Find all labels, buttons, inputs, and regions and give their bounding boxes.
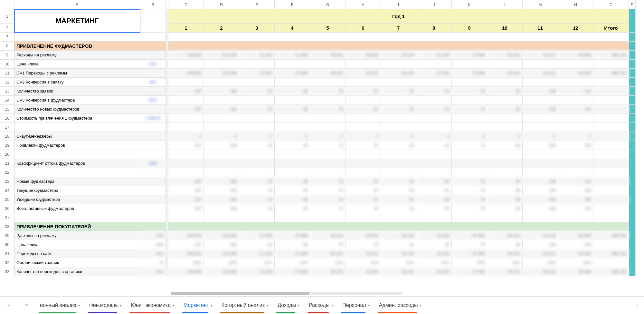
row-label[interactable] — [14, 168, 140, 177]
cell[interactable] — [239, 60, 275, 69]
cell[interactable] — [275, 114, 310, 123]
cell[interactable] — [168, 78, 204, 87]
chevron-down-icon[interactable]: ▾ — [78, 303, 80, 308]
cell[interactable]: 73 — [310, 141, 346, 150]
cell[interactable] — [275, 60, 310, 69]
cell[interactable]: 21% — [275, 258, 310, 267]
cell[interactable]: 58 — [275, 204, 310, 213]
cell[interactable]: 45,101 — [487, 69, 523, 78]
cell[interactable] — [168, 213, 204, 222]
cell[interactable]: 130 — [558, 105, 593, 114]
row-header[interactable]: 22 — [0, 168, 14, 177]
cell[interactable]: 73 — [310, 177, 346, 186]
cell[interactable]: 87 — [346, 105, 381, 114]
cell-b[interactable]: % — [140, 258, 166, 267]
row-header[interactable]: 27 — [0, 213, 14, 222]
row-header[interactable]: 25 — [0, 195, 14, 204]
cell[interactable] — [346, 78, 381, 87]
cell[interactable]: 87 — [346, 141, 381, 150]
cell-b[interactable]: 28% — [140, 96, 166, 105]
cell[interactable]: 54,122 — [523, 267, 558, 276]
row-header[interactable]: 9 — [0, 51, 14, 60]
col-header-M[interactable]: M — [523, 0, 558, 9]
cell[interactable]: 297 — [168, 240, 204, 249]
cell[interactable]: 148,000 — [168, 51, 204, 60]
section-buyers[interactable]: ПРИВЛЕЧЕНИЕ ПОКУПАТЕЛЕЙ — [14, 222, 166, 231]
cell[interactable] — [558, 213, 593, 222]
cell[interactable]: 284 — [204, 141, 239, 150]
corner-cell[interactable] — [0, 0, 14, 9]
chevron-down-icon[interactable]: ▾ — [298, 303, 300, 308]
row-header[interactable]: 15 — [0, 105, 14, 114]
row-label[interactable]: Стоимость привлечения 1 фудмастера — [14, 114, 140, 123]
sheet-tab[interactable]: Админ. расходы▾ — [374, 297, 426, 314]
cell[interactable]: 27,880 — [275, 231, 310, 240]
cell[interactable] — [275, 123, 310, 132]
cell[interactable]: 130 — [558, 177, 593, 186]
cell[interactable] — [346, 123, 381, 132]
sheet-tab[interactable]: Фин.модель▾ — [85, 297, 126, 314]
cell[interactable]: 45,101 — [487, 249, 523, 258]
cell[interactable] — [204, 96, 239, 105]
row-label[interactable]: Скаут-менеджеры — [14, 132, 140, 141]
cell[interactable]: 63 — [416, 141, 452, 150]
cell-total[interactable]: 486,761 — [593, 51, 629, 60]
cell[interactable]: 297 — [168, 177, 204, 186]
cell[interactable]: 132,000 — [204, 231, 239, 240]
cell[interactable]: 43 — [239, 186, 275, 195]
horizontal-scrollbar[interactable] — [171, 292, 402, 295]
cell[interactable]: 45,101 — [487, 267, 523, 276]
cell[interactable]: 132,000 — [204, 249, 239, 258]
cell[interactable] — [204, 78, 239, 87]
cell[interactable]: 31,320 — [416, 69, 452, 78]
row-label[interactable]: Расходы на рекламу — [14, 231, 140, 240]
cell[interactable]: 58 — [275, 240, 310, 249]
cell[interactable]: 90 — [487, 105, 523, 114]
cell[interactable] — [523, 213, 558, 222]
cell[interactable]: 22% — [416, 258, 452, 267]
cell[interactable]: 54,122 — [523, 249, 558, 258]
cell-total[interactable] — [593, 168, 629, 177]
cell[interactable] — [168, 60, 204, 69]
col-header-P[interactable]: P — [629, 0, 636, 9]
row-label[interactable] — [14, 123, 140, 132]
row-header[interactable]: 24 — [0, 186, 14, 195]
row-label[interactable]: Расходы на рекламу — [14, 51, 140, 60]
cell[interactable]: 21% — [239, 258, 275, 267]
cell[interactable] — [168, 150, 204, 159]
add-sheet-button[interactable]: + — [0, 297, 18, 314]
cell[interactable]: 2 — [204, 132, 239, 141]
cell-b[interactable]: 2,080 ₽ — [140, 114, 166, 123]
row-label[interactable]: Цена клика — [14, 240, 140, 249]
row-header[interactable]: 26 — [0, 204, 14, 213]
cell[interactable]: 63 — [416, 204, 452, 213]
cell[interactable] — [523, 78, 558, 87]
cell[interactable]: 284 — [204, 240, 239, 249]
cell-b[interactable]: Чел — [140, 249, 166, 258]
cell[interactable]: 58 — [275, 195, 310, 204]
cell-total[interactable] — [593, 195, 629, 204]
cell[interactable] — [346, 168, 381, 177]
row-header[interactable]: 20 — [0, 150, 14, 159]
row-header[interactable]: 21 — [0, 159, 14, 168]
cell[interactable]: 52 — [381, 240, 416, 249]
month-4[interactable]: 4 — [275, 24, 310, 33]
cell[interactable] — [310, 159, 346, 168]
cell[interactable]: 132,000 — [204, 69, 239, 78]
row-label[interactable]: Переходы на сайт — [14, 249, 140, 258]
cell[interactable]: 58 — [275, 177, 310, 186]
chevron-down-icon[interactable]: ▾ — [368, 303, 370, 308]
cell[interactable]: 108 — [523, 141, 558, 150]
cell[interactable]: 90 — [487, 177, 523, 186]
year-header[interactable]: Год 1 — [168, 9, 629, 24]
row-header[interactable]: 13 — [0, 87, 14, 96]
row-label[interactable]: Коэффициент оттока фудмастеров — [14, 159, 140, 168]
cell[interactable] — [204, 150, 239, 159]
row-label[interactable]: Всего активных фудмастеров — [14, 204, 140, 213]
cell[interactable] — [239, 96, 275, 105]
cell[interactable] — [168, 114, 204, 123]
cell[interactable]: 28,100 — [381, 249, 416, 258]
cell[interactable]: 20% — [204, 258, 239, 267]
month-6[interactable]: 6 — [346, 24, 381, 33]
cell[interactable] — [452, 213, 487, 222]
